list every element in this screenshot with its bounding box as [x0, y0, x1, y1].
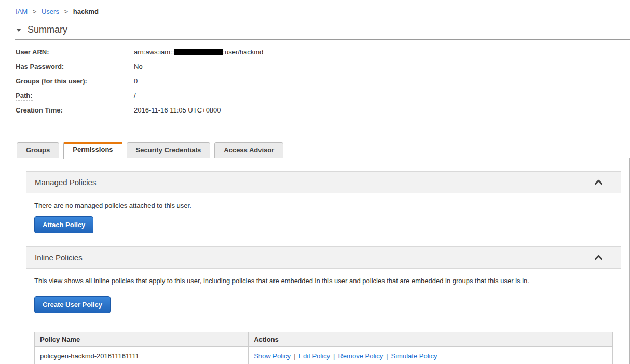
managed-policies-header[interactable]: Managed Policies — [26, 172, 621, 193]
summary-row-path: Path: / — [16, 88, 630, 103]
action-separator: | — [386, 352, 388, 360]
triangle-down-icon — [16, 29, 21, 32]
summary-title: Summary — [28, 24, 67, 35]
path-value: / — [134, 92, 136, 100]
managed-policies-title: Managed Policies — [35, 178, 96, 187]
breadcrumb-separator-icon: > — [33, 8, 37, 16]
policy-name-column-header: Policy Name — [35, 332, 249, 347]
show-policy-link[interactable]: Show Policy — [254, 352, 291, 360]
table-header-row: Policy Name Actions — [35, 332, 613, 347]
has-password-value: No — [134, 63, 143, 71]
inline-policies-body: This view shows all inline policies that… — [26, 268, 621, 364]
summary-row-user-arn: User ARN: arn:aws:iam:::user/hackmd — [16, 45, 630, 59]
has-password-label: Has Password: — [16, 63, 134, 71]
policies-accordion: Managed Policies There are no managed po… — [26, 171, 621, 364]
action-separator: | — [294, 352, 295, 360]
breadcrumb: IAM > Users > hackmd — [0, 0, 630, 16]
creation-time-label: Creation Time: — [16, 106, 134, 114]
groups-label: Groups (for this user): — [16, 77, 134, 85]
policy-name-cell: policygen-hackmd-201611161111 — [35, 347, 249, 364]
table-row: policygen-hackmd-201611161111 Show Polic… — [35, 347, 613, 364]
user-arn-label: User ARN: — [16, 48, 134, 56]
attach-policy-button[interactable]: Attach Policy — [34, 216, 93, 233]
inline-policies-header[interactable]: Inline Policies — [26, 246, 621, 268]
tab-access-advisor[interactable]: Access Advisor — [214, 142, 283, 158]
remove-policy-link[interactable]: Remove Policy — [338, 352, 383, 360]
inline-policies-description: This view shows all inline policies that… — [34, 277, 613, 285]
breadcrumb-current-user: hackmd — [73, 8, 99, 16]
summary-row-creation-time: Creation Time: 2016-11-16 11:05 UTC+0800 — [16, 103, 630, 117]
actions-cell: Show Policy|Edit Policy|Remove Policy|Si… — [249, 347, 613, 364]
tab-security-credentials[interactable]: Security Credentials — [127, 142, 211, 158]
breadcrumb-link-users[interactable]: Users — [42, 8, 59, 16]
actions-column-header: Actions — [249, 332, 613, 347]
summary-divider — [15, 39, 630, 40]
simulate-policy-link[interactable]: Simulate Policy — [391, 352, 437, 360]
redacted-account-id — [174, 49, 223, 55]
summary-row-groups: Groups (for this user): 0 — [16, 74, 630, 88]
groups-value: 0 — [134, 77, 138, 85]
managed-policies-empty-text: There are no managed policies attached t… — [34, 202, 613, 209]
inline-policies-table: Policy Name Actions policygen-hackmd-201… — [34, 332, 613, 364]
action-separator: | — [333, 352, 335, 360]
tab-permissions[interactable]: Permissions — [63, 142, 122, 159]
path-label: Path: — [16, 92, 134, 100]
managed-policies-body: There are no managed policies attached t… — [26, 193, 621, 246]
summary-row-has-password: Has Password: No — [16, 59, 630, 74]
chevron-up-icon[interactable] — [594, 179, 603, 185]
summary-section-toggle[interactable]: Summary — [16, 24, 630, 35]
edit-policy-link[interactable]: Edit Policy — [298, 352, 330, 360]
inline-policies-title: Inline Policies — [35, 253, 83, 262]
tab-groups[interactable]: Groups — [17, 142, 59, 158]
breadcrumb-link-iam[interactable]: IAM — [16, 8, 28, 16]
summary-fields: User ARN: arn:aws:iam:::user/hackmd Has … — [16, 45, 630, 117]
arn-suffix: :user/hackmd — [223, 48, 263, 56]
chevron-up-icon[interactable] — [594, 255, 603, 260]
tab-bar: Groups Permissions Security Credentials … — [17, 142, 630, 158]
breadcrumb-separator-icon: > — [64, 8, 69, 16]
create-user-policy-button[interactable]: Create User Policy — [34, 296, 111, 313]
creation-time-value: 2016-11-16 11:05 UTC+0800 — [134, 106, 221, 114]
user-arn-value: arn:aws:iam:::user/hackmd — [134, 48, 263, 56]
permissions-tab-panel: Managed Policies There are no managed po… — [15, 158, 630, 364]
arn-prefix: arn:aws:iam:: — [134, 48, 174, 56]
